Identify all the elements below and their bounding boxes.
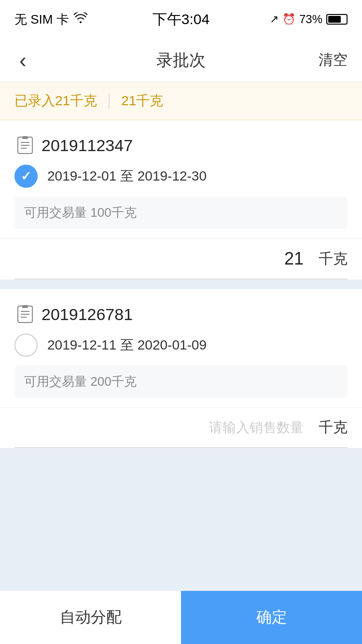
batch2-header: 2019126781 xyxy=(14,304,348,325)
batch1-check-icon: ✓ xyxy=(21,169,31,184)
status-left: 无 SIM 卡 xyxy=(14,11,87,28)
batch2-id: 2019126781 xyxy=(42,305,133,324)
batch1-unit: 千克 xyxy=(319,249,348,269)
bottom-bar: 自动分配 确定 xyxy=(0,591,362,644)
status-bar: 无 SIM 卡 下午3:04 ↗ ⏰ 73% xyxy=(0,0,362,39)
battery-percent: 73% xyxy=(299,13,322,26)
batch2-row[interactable]: 2019-12-11 至 2020-01-09 xyxy=(14,334,348,357)
summary-divider xyxy=(109,93,110,109)
alarm-icon: ⏰ xyxy=(282,13,295,26)
batch1-icon xyxy=(14,135,36,156)
confirm-button[interactable]: 确定 xyxy=(181,591,362,644)
recorded-label: 已录入21千克 xyxy=(14,92,97,110)
batch1-card: 2019112347 ✓ 2019-12-01 至 2019-12-30 可用交… xyxy=(0,120,362,280)
batch2-radio[interactable] xyxy=(14,334,38,357)
status-time: 下午3:04 xyxy=(153,10,209,29)
svg-rect-6 xyxy=(22,305,28,308)
svg-rect-1 xyxy=(22,136,28,139)
batch1-date: 2019-12-01 至 2019-12-30 xyxy=(47,167,207,185)
clear-button[interactable]: 清空 xyxy=(319,50,348,70)
batch1-input-row: 千克 xyxy=(0,238,362,279)
nav-bar: ‹ 录批次 清空 xyxy=(0,39,362,82)
back-button[interactable]: ‹ xyxy=(14,43,31,77)
batch1-quantity-input[interactable] xyxy=(14,249,311,269)
carrier-label: 无 SIM 卡 xyxy=(14,11,69,28)
batch2-quantity-input[interactable] xyxy=(14,420,311,435)
batch2-card: 2019126781 2019-12-11 至 2020-01-09 可用交易量… xyxy=(0,289,362,448)
batch1-id: 2019112347 xyxy=(42,136,133,155)
battery-icon xyxy=(326,14,348,25)
batch2-available: 可用交易量 200千克 xyxy=(14,365,348,398)
batch1-available: 可用交易量 100千克 xyxy=(14,196,348,229)
status-right: ↗ ⏰ 73% xyxy=(270,13,348,26)
batch2-input-row: 千克 xyxy=(0,407,362,447)
summary-bar: 已录入21千克 21千克 xyxy=(0,82,362,120)
section-divider-1 xyxy=(0,280,362,289)
batch2-icon xyxy=(14,304,36,325)
total-label: 21千克 xyxy=(121,92,163,110)
batch1-row[interactable]: ✓ 2019-12-01 至 2019-12-30 xyxy=(14,165,348,188)
wifi-icon xyxy=(74,13,87,26)
batch1-header: 2019112347 xyxy=(14,135,348,156)
auto-distribute-button[interactable]: 自动分配 xyxy=(0,591,181,644)
page-title: 录批次 xyxy=(156,49,206,71)
location-icon: ↗ xyxy=(270,13,278,26)
batch1-radio[interactable]: ✓ xyxy=(14,165,38,188)
batch2-date: 2019-12-11 至 2020-01-09 xyxy=(47,336,207,354)
batch2-unit: 千克 xyxy=(319,418,348,437)
